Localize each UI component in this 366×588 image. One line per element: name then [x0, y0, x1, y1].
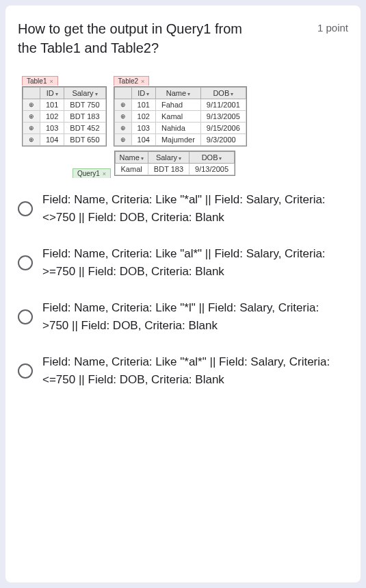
- query1-wrap: Query1× Name▾ Salary▾ DOB▾ KamalBDT 1839…: [73, 151, 348, 179]
- table-row: ⊕102Kamal9/13/2005: [114, 111, 246, 123]
- table-row: ⊕101Fahad9/11/2001: [114, 99, 246, 111]
- table1-tab-label: Table1: [27, 77, 47, 85]
- radio-icon[interactable]: [18, 201, 33, 216]
- question-header: How to get the output in Query1 from the…: [18, 19, 348, 57]
- query1-tab-label: Query1: [77, 170, 100, 177]
- question-card: How to get the output in Query1 from the…: [5, 5, 361, 583]
- table1-wrap: Table1× ID▾ Salary▾ ⊕101BDT 750 ⊕102BDT …: [22, 74, 107, 146]
- query1-tab: Query1×: [73, 168, 111, 178]
- option-2-text: Field: Name, Criteria: Like "al*" || Fie…: [42, 245, 348, 280]
- option-2[interactable]: Field: Name, Criteria: Like "al*" || Fie…: [18, 245, 348, 280]
- table1: ID▾ Salary▾ ⊕101BDT 750 ⊕102BDT 183 ⊕103…: [23, 87, 106, 146]
- query1-header-dob: DOB▾: [189, 152, 235, 164]
- table2-tab-label: Table2: [118, 77, 138, 85]
- radio-icon[interactable]: [18, 309, 33, 324]
- table2: ID▾ Name▾ DOB▾ ⊕101Fahad9/11/2001 ⊕102Ka…: [114, 87, 246, 146]
- option-4-text: Field: Name, Criteria: Like "*al*" || Fi…: [42, 353, 348, 388]
- query1-header-salary: Salary▾: [148, 152, 189, 164]
- table-row: ⊕104BDT 650: [23, 134, 106, 146]
- option-3[interactable]: Field: Name, Criteria: Like "*l" || Fiel…: [18, 299, 348, 334]
- points-label: 1 point: [317, 22, 348, 34]
- table1-tab: Table1×: [22, 76, 58, 86]
- tables-figure: Table1× ID▾ Salary▾ ⊕101BDT 750 ⊕102BDT …: [18, 74, 348, 179]
- table-row: ⊕103BDT 452: [23, 123, 106, 134]
- table-row: ⊕104Majumder9/3/2000: [114, 134, 246, 146]
- table2-header-dob: DOB▾: [200, 88, 246, 99]
- close-icon: ×: [103, 170, 106, 177]
- query1-table: Name▾ Salary▾ DOB▾ KamalBDT 1839/13/2005: [115, 151, 235, 175]
- option-3-text: Field: Name, Criteria: Like "*l" || Fiel…: [42, 299, 348, 334]
- option-1-text: Field: Name, Criteria: Like "*al" || Fie…: [42, 191, 348, 226]
- query1-header-name: Name▾: [115, 152, 148, 164]
- table-row: ⊕102BDT 183: [23, 111, 106, 123]
- close-icon: ×: [141, 78, 144, 85]
- table1-header-salary: Salary▾: [64, 88, 105, 99]
- close-icon: ×: [49, 78, 53, 85]
- options-group: Field: Name, Criteria: Like "*al" || Fie…: [18, 191, 348, 388]
- table1-header-id: ID▾: [40, 88, 64, 99]
- table2-header-id: ID▾: [131, 88, 155, 99]
- question-text: How to get the output in Query1 from the…: [18, 19, 264, 57]
- table-row: KamalBDT 1839/13/2005: [115, 164, 235, 175]
- option-4[interactable]: Field: Name, Criteria: Like "*al*" || Fi…: [18, 353, 348, 388]
- radio-icon[interactable]: [18, 255, 33, 270]
- table2-tab: Table2×: [114, 76, 150, 86]
- table2-header-name: Name▾: [155, 88, 200, 99]
- option-1[interactable]: Field: Name, Criteria: Like "*al" || Fie…: [18, 191, 348, 226]
- table2-wrap: Table2× ID▾ Name▾ DOB▾ ⊕101Fahad9/11/200…: [114, 74, 247, 146]
- table-row: ⊕101BDT 750: [23, 99, 106, 111]
- table-row: ⊕103Nahida9/15/2006: [114, 123, 246, 134]
- radio-icon[interactable]: [18, 363, 33, 379]
